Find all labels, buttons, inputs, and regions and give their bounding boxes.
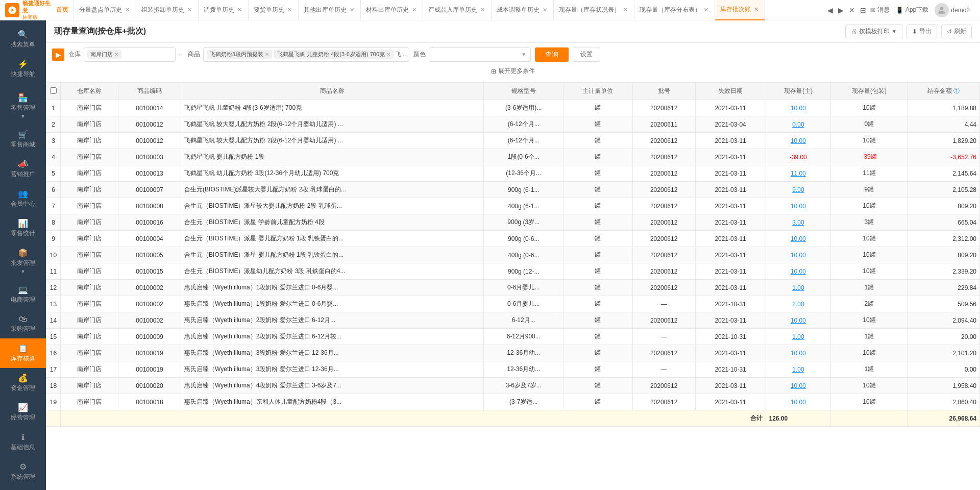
stock-main-link[interactable]: 10.00: [791, 317, 806, 324]
color-dropdown[interactable]: ▼: [429, 47, 531, 62]
tab-close-icon[interactable]: ✕: [622, 6, 629, 14]
stock-main-link[interactable]: 10.00: [791, 105, 806, 112]
tab-fen-pan-label: 分量盘点单历史: [79, 6, 122, 14]
sidebar-item-retail-stats[interactable]: 📊 零售统计: [0, 213, 46, 243]
cell-no: 8: [46, 214, 61, 231]
tab-cheng-ben[interactable]: 成本调整单历史 ✕: [492, 0, 554, 20]
refresh-icon: ↺: [947, 28, 952, 35]
tab-zu-chai[interactable]: 组装拆卸单历史 ✕: [136, 0, 199, 20]
user-avatar-area[interactable]: demo2: [935, 3, 970, 17]
tab-ku-cun-pi-ci[interactable]: 库存批次账 ✕: [715, 0, 765, 20]
tab-home-label: 首页: [56, 6, 68, 14]
stock-main-link[interactable]: 10.00: [791, 203, 806, 210]
goods-tag-more[interactable]: 飞...: [396, 51, 406, 58]
stock-main-link[interactable]: -39.00: [790, 154, 807, 161]
tab-close-icon[interactable]: ✕: [479, 6, 486, 14]
stock-main-link[interactable]: 1.00: [792, 366, 804, 373]
tab-yao-huo[interactable]: 要货单历史 ✕: [249, 0, 299, 20]
expand-more-conditions[interactable]: ⊞ 展开更多条件: [52, 65, 974, 78]
refresh-btn[interactable]: ↺ 刷新: [941, 24, 972, 38]
sidebar-item-member[interactable]: 👥 会员中心: [0, 184, 46, 213]
cell-warehouse: 南岸门店: [61, 149, 118, 165]
goods-tag-input[interactable]: 飞鹤奶粉3段丙预提装 ✕ 飞鹤星飞帆 儿童奶粉 4段(3-6岁适用) 700克 …: [203, 47, 409, 62]
goods-tag-2-text: 飞鹤星飞帆 儿童奶粉 4段(3-6岁适用) 700克: [277, 51, 385, 58]
table-row: 7 南岸门店 00100008 合生元（BIOSTIME）派星较大婴儿配方奶粉 …: [46, 198, 980, 214]
sidebar-item-marketing[interactable]: 📣 营销推广: [0, 154, 46, 184]
stock-main-link[interactable]: 10.00: [791, 235, 806, 242]
table-row: 11 南岸门店 00100015 合生元（BIOSTIME）派星幼儿配方奶粉 3…: [46, 263, 980, 280]
message-btn[interactable]: ✉ 消息: [870, 6, 890, 14]
tab-home[interactable]: 首页: [51, 0, 74, 20]
stock-main-link[interactable]: 10.00: [791, 137, 806, 144]
stock-main-link[interactable]: 10.00: [791, 252, 806, 259]
stock-main-link[interactable]: 9.00: [792, 186, 804, 193]
sidebar-item-basic-info[interactable]: ℹ 基础信息: [0, 427, 46, 457]
stock-main-link[interactable]: 3.00: [792, 219, 804, 226]
sidebar-item-enterprise[interactable]: 🏢 企业协同: [0, 486, 46, 490]
tab-close-icon[interactable]: ✕: [411, 6, 418, 14]
sidebar-item-operations[interactable]: 📈 经营管理: [0, 398, 46, 427]
tab-close-icon[interactable]: ✕: [186, 6, 193, 14]
stock-main-link[interactable]: 2.00: [792, 301, 804, 308]
stock-main-link[interactable]: 10.00: [791, 350, 806, 357]
goods-tag-2-close-icon[interactable]: ✕: [386, 52, 390, 57]
cell-warehouse: 南岸门店: [61, 329, 118, 345]
tab-cai-liao[interactable]: 材料出库单历史 ✕: [361, 0, 423, 20]
tab-close-icon[interactable]: ✕: [753, 5, 760, 14]
warehouse-more-icon[interactable]: ···: [179, 51, 184, 58]
cell-expire: 2021-03-11: [695, 198, 766, 214]
top-bar: 畅捷通好生意 标签版 首页 分量盘点单历史 ✕ 组装拆卸单历史 ✕ 调拨单历史 …: [0, 0, 980, 20]
cell-amount: 229.84: [908, 280, 980, 296]
tab-qi-ta[interactable]: 其他出库单历史 ✕: [299, 0, 361, 20]
stock-main-link[interactable]: 1.00: [792, 284, 804, 291]
tab-close-icon[interactable]: ✕: [349, 6, 355, 14]
stock-main-link[interactable]: 10.00: [791, 399, 806, 406]
sidebar-item-system[interactable]: ⚙ 系统管理: [0, 457, 46, 486]
sidebar-item-batch-mgmt[interactable]: 📦 批发管理 ▼: [0, 243, 46, 280]
goods-tag-1-close-icon[interactable]: ✕: [265, 52, 269, 57]
sidebar-item-search[interactable]: 🔍 搜索英单: [0, 24, 46, 54]
query-btn[interactable]: 查询: [535, 47, 569, 62]
stock-main-link[interactable]: 0.00: [792, 121, 804, 128]
table-row: 10 南岸门店 00100005 合生元（BIOSTIME）派星 婴儿配方奶粉 …: [46, 247, 980, 263]
tab-close-icon[interactable]: ✕: [236, 6, 243, 14]
sidebar-item-finance[interactable]: 💰 资金管理: [0, 368, 46, 398]
cell-unit: 罐: [564, 296, 632, 312]
sidebar-item-retail-store[interactable]: 🛒 零售商城: [0, 125, 46, 154]
tab-close-icon[interactable]: ✕: [286, 6, 293, 14]
tab-next-arrow[interactable]: ▶: [836, 5, 846, 15]
sidebar-item-purchase[interactable]: 🛍 采购管理: [0, 309, 46, 338]
print-btn[interactable]: 🖨 按模板打印 ▼: [845, 24, 902, 38]
sidebar-item-inventory[interactable]: 📋 库存核算: [0, 338, 46, 368]
stock-main-link[interactable]: 1.00: [792, 333, 804, 340]
operations-icon: 📈: [2, 403, 44, 412]
sidebar-item-quick-nav[interactable]: ⚡ 快捷导航: [0, 54, 46, 84]
tab-close-icon[interactable]: ✕: [124, 6, 131, 14]
filter-expand-btn[interactable]: ▶: [52, 48, 64, 61]
tab-chan-pin[interactable]: 产成品入库单历史 ✕: [423, 0, 492, 20]
warehouse-tag-close-icon[interactable]: ✕: [114, 52, 118, 57]
cell-code: 00100009: [118, 329, 181, 345]
warehouse-tag-input[interactable]: 南岸门店 ✕: [84, 47, 176, 62]
sidebar-item-ecommerce[interactable]: 💻 电商管理: [0, 280, 46, 309]
stock-main-link[interactable]: 10.00: [791, 268, 806, 275]
footer-stock-total: 126.00: [766, 410, 831, 427]
tab-close-icon[interactable]: ✕: [703, 6, 709, 14]
tab-close-all[interactable]: ✕: [847, 5, 857, 15]
cell-code: 00100019: [118, 345, 181, 361]
tab-prev-arrow[interactable]: ◀: [825, 5, 835, 15]
stock-main-link[interactable]: 11.00: [791, 170, 806, 177]
app-download-btn[interactable]: 📱 App下载: [896, 6, 928, 14]
tab-xian-cun-zhuang-tai[interactable]: 现存量（库存状况表） ✕: [554, 0, 634, 20]
tab-fen-pan[interactable]: 分量盘点单历史 ✕: [74, 0, 136, 20]
tab-xian-cun-fen-bu[interactable]: 现存量（库存分布表） ✕: [634, 0, 715, 20]
tab-diao-bo[interactable]: 调拨单历史 ✕: [199, 0, 249, 20]
export-btn[interactable]: ⬇ 导出: [906, 24, 937, 38]
tab-menu-icon[interactable]: ⊟: [858, 5, 868, 15]
filter-container: ▶ 仓库 南岸门店 ✕ ··· 商品: [46, 43, 980, 82]
sidebar-item-retail-mgmt[interactable]: 🏪 零售管理 ▼: [0, 88, 46, 125]
select-all-checkbox[interactable]: [50, 87, 57, 94]
stock-main-link[interactable]: 10.00: [791, 382, 806, 389]
tab-close-icon[interactable]: ✕: [542, 6, 548, 14]
settings-btn[interactable]: 设置: [573, 47, 600, 62]
